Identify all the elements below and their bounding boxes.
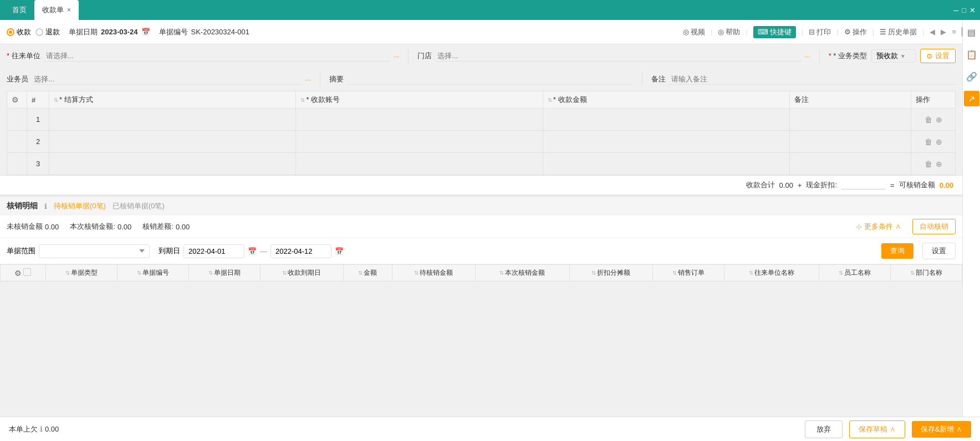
tab-home[interactable]: 首页 — [4, 0, 34, 20]
help-btn[interactable]: ◎ 帮助 — [718, 27, 740, 37]
store-field: 门店 ··· — [417, 50, 810, 61]
bottom-value: 0.00 — [45, 425, 59, 433]
discount-label: 现金折扣: — [806, 180, 837, 190]
history-icon: ☰ — [880, 28, 886, 36]
tab-bar: 首页 收款单 × ─ □ ✕ — [0, 0, 980, 20]
row-remark[interactable] — [790, 131, 911, 153]
row-settle[interactable] — [49, 109, 296, 131]
bottom-col-8: ⇅折扣分摊额 — [570, 265, 653, 281]
store-input[interactable] — [435, 50, 800, 61]
close-window-icon[interactable]: ✕ — [969, 6, 976, 14]
discount-input[interactable] — [841, 181, 886, 189]
cal-end-icon[interactable]: 📅 — [335, 247, 344, 255]
radio-refund-dot — [35, 28, 43, 36]
receipt-type-group: 收款 退款 — [7, 27, 60, 37]
equals-sign: = — [890, 181, 895, 189]
query-btn[interactable]: 查询 — [881, 243, 913, 259]
delete-row-icon[interactable]: 🗑 — [925, 115, 932, 124]
row-amount[interactable] — [543, 153, 789, 175]
row-amount[interactable] — [543, 109, 789, 131]
delete-row-icon[interactable]: 🗑 — [925, 160, 932, 168]
sidebar-link-icon[interactable]: 🔗 — [964, 69, 979, 84]
delete-row-icon[interactable]: 🗑 — [925, 137, 932, 146]
bottom-col-5: ⇅金额 — [343, 265, 392, 281]
due-label: 到期日 — [159, 246, 180, 256]
row-remark[interactable] — [790, 109, 911, 131]
radio-receipt[interactable]: 收款 — [7, 27, 31, 37]
settings-button[interactable]: ⚙ 设置 — [920, 49, 956, 63]
range-select[interactable] — [39, 244, 150, 258]
bottom-table-container: ⚙ ⇅单据类型⇅单据编号⇅单据日期⇅收款到期日⇅金额⇅待核销金额⇅本次核销金额⇅… — [0, 264, 962, 281]
save-new-btn[interactable]: 保存&新增 ∧ — [912, 421, 971, 438]
list-icon[interactable]: ≡ — [952, 28, 956, 36]
diff-label: 核销差额: — [142, 222, 173, 232]
table-gear-header[interactable]: ⚙ — [7, 91, 27, 109]
gear-icon: ⚙ — [926, 52, 933, 60]
counterparty-more-icon[interactable]: ··· — [393, 52, 399, 60]
date-start-input[interactable] — [183, 244, 244, 258]
sidebar-expand-icon[interactable]: ↗ — [964, 91, 979, 106]
tab-close-icon[interactable]: × — [67, 6, 71, 14]
operation-btn[interactable]: ⚙ 操作 — [844, 27, 867, 37]
notes-input[interactable] — [669, 74, 956, 85]
discard-btn[interactable]: 放弃 — [805, 421, 843, 438]
form-row-1: 往来单位 ··· 门店 ··· * 业务类型 预收款 ▼ ⚙ 设置 — [0, 44, 962, 68]
store-more-icon[interactable]: ··· — [804, 52, 810, 60]
radio-refund[interactable]: 退款 — [35, 27, 60, 37]
row-settle[interactable] — [49, 131, 296, 153]
date-label: 单据日期 — [69, 27, 98, 37]
history-btn[interactable]: ☰ 历史单据 — [880, 27, 917, 37]
row-num: 1 — [27, 109, 49, 131]
auto-verify-btn[interactable]: 自动核销 — [912, 219, 956, 234]
salesperson-label: 业务员 — [7, 74, 28, 84]
toolbar-actions: ◎ 视频 | ◎ 帮助 | ⌨ 快捷键 | ⊟ 打印 | ⚙ 操作 | — [683, 26, 973, 38]
number-value[interactable]: SK-20230324-001 — [191, 28, 250, 36]
salesperson-input[interactable] — [32, 74, 302, 85]
save-draft-btn[interactable]: 保存草稿 ∧ — [849, 421, 905, 438]
current-stat: 本次核销金额: 0.00 — [70, 222, 131, 232]
tab-done[interactable]: 已核销单据(0笔) — [113, 201, 165, 211]
unverified-value: 0.00 — [45, 223, 59, 231]
salesperson-more-icon[interactable]: ··· — [305, 75, 311, 84]
row-account[interactable] — [296, 109, 543, 131]
print-btn[interactable]: ⊟ 打印 — [809, 27, 831, 37]
cal-start-icon[interactable]: 📅 — [248, 247, 257, 255]
bottom-gear-icon[interactable]: ⚙ — [14, 269, 22, 278]
select-all-checkbox[interactable] — [23, 268, 31, 276]
col-num-header: # — [27, 91, 49, 109]
tab-receipt[interactable]: 收款单 × — [34, 0, 79, 20]
tab-pending[interactable]: 待核销单据(0笔) — [54, 201, 106, 211]
row-remark[interactable] — [790, 153, 911, 175]
table-row: 1 🗑 ⊕ — [7, 109, 956, 131]
row-num: 3 — [27, 153, 49, 175]
row-account[interactable] — [296, 131, 543, 153]
calendar-icon[interactable]: 📅 — [141, 28, 150, 36]
video-btn[interactable]: ◎ 视频 — [683, 27, 705, 37]
copy-row-icon[interactable]: ⊕ — [936, 115, 942, 124]
diff-value: 0.00 — [176, 223, 190, 231]
shortcut-btn[interactable]: ⌨ 快捷键 — [753, 26, 796, 38]
date-end-input[interactable] — [270, 244, 331, 258]
copy-row-icon[interactable]: ⊕ — [936, 137, 942, 146]
bottom-col-7: ⇅本次核销金额 — [475, 265, 570, 281]
bottom-col-12: ⇅部门名称 — [890, 265, 962, 281]
sidebar-table-icon[interactable]: ▤ — [964, 24, 979, 40]
minimize-icon[interactable]: ─ — [953, 6, 958, 14]
row-account[interactable] — [296, 153, 543, 175]
sidebar-doc-icon[interactable]: 📋 — [964, 47, 979, 62]
number-label: 单据编号 — [159, 27, 188, 37]
business-select[interactable]: 预收款 ▼ — [871, 49, 916, 63]
prev-icon[interactable]: ◀ — [930, 28, 935, 36]
salesperson-field: 业务员 ··· — [7, 74, 311, 85]
next-icon[interactable]: ▶ — [941, 28, 946, 36]
table-row: 2 🗑 ⊕ — [7, 131, 956, 153]
summary-input[interactable] — [347, 74, 634, 85]
row-settle[interactable] — [49, 153, 296, 175]
date-value[interactable]: 2023-03-24 — [101, 28, 138, 36]
counterparty-input[interactable] — [44, 50, 390, 61]
filter-settings-btn[interactable]: 设置 — [922, 243, 956, 259]
more-filter-btn[interactable]: ⊹ 更多条件 ∧ — [856, 222, 901, 232]
maximize-icon[interactable]: □ — [962, 6, 966, 14]
row-amount[interactable] — [543, 131, 789, 153]
copy-row-icon[interactable]: ⊕ — [936, 160, 942, 168]
